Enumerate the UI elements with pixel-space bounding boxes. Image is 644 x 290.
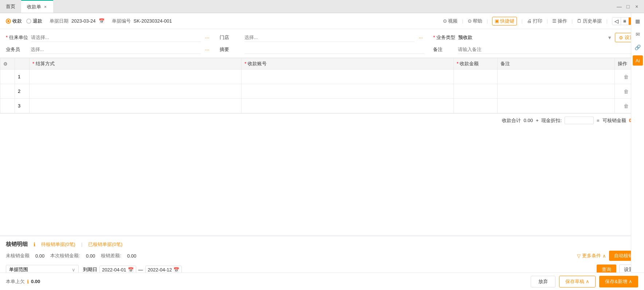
pending-tab-label: 待核销单据: [41, 242, 65, 247]
row1-amount[interactable]: [453, 70, 497, 84]
video-btn[interactable]: ⊙ 视频: [443, 18, 458, 24]
from-calendar-icon[interactable]: 📅: [128, 267, 134, 273]
row2-amount[interactable]: [453, 84, 497, 99]
store-more-btn[interactable]: ···: [417, 35, 425, 40]
row2-no: 2: [15, 84, 30, 99]
row2-account[interactable]: [242, 84, 453, 99]
counterpart-input[interactable]: [31, 33, 201, 42]
biz-type-dropdown[interactable]: ▼: [607, 35, 612, 40]
row1-settings: [0, 70, 15, 84]
radio-refund[interactable]: 退款: [26, 18, 42, 24]
to-date-value: 2022-04-12: [148, 267, 172, 273]
save-new-dropdown-icon[interactable]: ∧: [629, 279, 632, 284]
store-input[interactable]: [244, 33, 415, 42]
draft-button[interactable]: 保存草稿 ∧: [559, 276, 596, 287]
help-btn[interactable]: ⊙ 帮助: [468, 18, 482, 24]
due-date-label: 到期日: [83, 266, 97, 273]
chevron-up-icon: ∧: [602, 253, 606, 259]
remark-label: 备注: [433, 46, 455, 53]
row3-settlement[interactable]: [30, 99, 242, 113]
sep5: |: [572, 18, 573, 24]
sidebar-link-icon[interactable]: 🔗: [633, 42, 643, 52]
col-remark-header: 备注: [497, 58, 614, 70]
operation-label: 操作: [558, 18, 567, 24]
form-row-2: 业务员 ··· 摘要 备注: [6, 45, 638, 54]
remark-input[interactable]: [458, 45, 638, 54]
minimize-button[interactable]: —: [616, 4, 622, 9]
view-left-btn[interactable]: ◁: [612, 17, 621, 25]
salesperson-field: 业务员 ···: [6, 45, 211, 54]
row3-account[interactable]: [242, 99, 453, 113]
biz-type-value: 预收款: [458, 34, 472, 41]
video-label: 视频: [448, 18, 458, 24]
more-conditions-btn[interactable]: ▽ 更多条件 ∧: [577, 252, 606, 259]
bottom-left: 本单上欠 ℹ 0.00: [6, 278, 40, 285]
col-amount-header: 收款金额: [453, 58, 497, 70]
range-dropdown-icon: ∨: [72, 267, 75, 273]
main-table: ⚙ 结算方式 收款账号 收款金额 备注 操作 1: [0, 58, 644, 113]
salesperson-input[interactable]: [31, 45, 201, 54]
right-sidebar: ▦ ✉ 🔗 Ai: [631, 13, 644, 273]
sidebar-email-icon[interactable]: ✉: [633, 29, 643, 39]
summary-input[interactable]: [244, 45, 425, 54]
verify-header: 核销明细 ℹ 待核销单据(0笔) | 已核销单据(0笔): [6, 241, 638, 248]
verify-filter-right: ▽ 更多条件 ∧ 自动核销: [577, 251, 638, 261]
table-settings-icon[interactable]: ⚙: [3, 61, 8, 67]
date-range-dash: —: [138, 267, 143, 273]
discount-input[interactable]: [565, 117, 594, 124]
store-field: 门店 ···: [220, 33, 425, 42]
row3-remark[interactable]: [497, 99, 614, 113]
operation-btn[interactable]: ☰ 操作: [552, 18, 567, 24]
row2-remark[interactable]: [497, 84, 614, 99]
row1-settlement[interactable]: [30, 70, 242, 84]
row3-amount[interactable]: [453, 99, 497, 113]
total-label: 收款合计: [502, 117, 521, 124]
draft-dropdown-icon[interactable]: ∧: [586, 279, 589, 284]
verify-stats: 未核销金额 0.00 本次核销金额: 0.00 核销差额: 0.00 ▽ 更多条…: [6, 251, 638, 261]
counterpart-label: 往来单位: [6, 34, 28, 41]
verified-tab[interactable]: 已核销单据(0笔): [88, 241, 122, 248]
window-close-button[interactable]: ×: [634, 4, 640, 9]
verified-count: 0笔: [114, 242, 121, 247]
row2-settlement[interactable]: [30, 84, 242, 99]
print-label: 打印: [533, 18, 542, 24]
sep4: |: [547, 18, 548, 24]
row3-settings: [0, 99, 15, 113]
top-toolbar: 收款 退款 单据日期 2023-03-24 📅 单据编号 SK-20230324…: [0, 13, 644, 29]
history-btn[interactable]: 🗒 历史单据: [577, 18, 602, 24]
row3-delete-icon[interactable]: 🗑: [624, 103, 629, 109]
sep6: |: [606, 18, 607, 24]
sidebar-screenshot-icon[interactable]: Ai: [633, 55, 643, 66]
maximize-button[interactable]: □: [625, 4, 631, 9]
shortcut-btn[interactable]: ▣ 快捷键: [492, 17, 517, 26]
row3-no: 3: [15, 99, 30, 113]
tab-bar-right: — □ ×: [616, 4, 644, 9]
verify-info-icon[interactable]: ℹ: [34, 242, 35, 247]
row1-account[interactable]: [242, 70, 453, 84]
tab-receipt[interactable]: 收款单 ×: [21, 0, 53, 13]
tab-close-icon[interactable]: ×: [43, 4, 47, 10]
save-new-button[interactable]: 保存&新增 ∧: [599, 276, 638, 287]
view-list-btn[interactable]: ≡: [621, 17, 629, 25]
total-value: 0.00: [524, 118, 533, 123]
verify-title: 核销明细: [6, 241, 28, 248]
shortcut-label: 快捷键: [500, 18, 514, 24]
radio-receipt[interactable]: 收款: [6, 18, 22, 24]
pending-tab[interactable]: 待核销单据(0笔): [41, 241, 75, 248]
from-date-value: 2022-04-01: [102, 267, 126, 273]
main-table-section: ⚙ 结算方式 收款账号 收款金额 备注 操作 1: [0, 58, 644, 235]
calendar-icon[interactable]: 📅: [99, 18, 105, 24]
row2-delete-icon[interactable]: 🗑: [624, 89, 629, 94]
tab-home[interactable]: 首页: [0, 0, 21, 13]
abandon-button[interactable]: 放弃: [531, 276, 555, 287]
row2-settings: [0, 84, 15, 99]
print-btn[interactable]: 🖨 打印: [527, 18, 542, 24]
salesperson-more-btn[interactable]: ···: [204, 47, 211, 52]
sidebar-table-icon[interactable]: ▦: [633, 16, 643, 26]
row1-remark[interactable]: [497, 70, 614, 84]
counterpart-more-btn[interactable]: ···: [204, 35, 211, 40]
row1-delete-icon[interactable]: 🗑: [624, 74, 629, 80]
tab-home-label: 首页: [6, 3, 15, 10]
to-calendar-icon[interactable]: 📅: [173, 267, 179, 273]
summary-label: 摘要: [220, 46, 242, 53]
